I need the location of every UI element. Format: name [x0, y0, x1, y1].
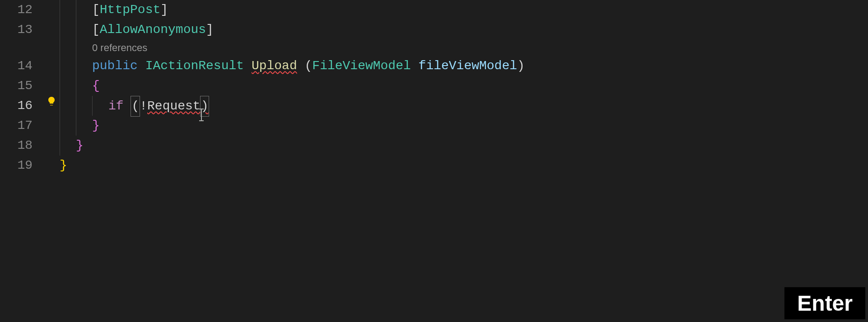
text-cursor-icon [201, 109, 202, 121]
code-editor[interactable]: 12 [HttpPost] 13 [AllowAnonymous] 0 refe… [0, 0, 868, 175]
keyword-public: public [92, 56, 138, 76]
code-line[interactable]: 17 } [0, 116, 868, 136]
line-number: 19 [0, 156, 43, 175]
line-number: 14 [0, 56, 43, 76]
code-line[interactable]: 15 { [0, 76, 868, 96]
open-paren: ( [305, 56, 313, 76]
line-number: 17 [0, 116, 43, 136]
code-line[interactable]: 13 [AllowAnonymous] [0, 20, 868, 40]
attr-close-bracket: ] [206, 20, 214, 40]
code-line[interactable]: 19 } [0, 156, 868, 175]
line-number: 18 [0, 136, 43, 156]
attr-open-bracket: [ [92, 0, 100, 20]
attr-open-bracket: [ [92, 20, 100, 40]
codelens-row: 0 references [0, 40, 868, 56]
line-number: 13 [0, 20, 43, 40]
close-brace: } [60, 156, 67, 175]
keypress-overlay: Enter [784, 287, 865, 319]
code-line-active[interactable]: 16 if (!Request) [0, 96, 868, 116]
attribute-name: HttpPost [100, 0, 160, 20]
line-number: 15 [0, 76, 43, 96]
attr-close-bracket: ] [160, 0, 168, 20]
code-line[interactable]: 18 } [0, 136, 868, 156]
param-name: fileViewModel [419, 56, 517, 76]
close-brace: } [92, 116, 100, 136]
code-line[interactable]: 14 public IActionResult Upload (FileView… [0, 56, 868, 76]
keyword-if: if [108, 96, 124, 116]
method-name: Upload [252, 56, 297, 76]
identifier-request: Request [147, 96, 201, 116]
return-type: IActionResult [145, 56, 244, 76]
attribute-name: AllowAnonymous [100, 20, 206, 40]
operator-not: ! [140, 96, 147, 116]
close-paren: ) [517, 56, 525, 76]
glyph-margin[interactable] [43, 96, 60, 107]
code-line[interactable]: 12 [HttpPost] [0, 0, 868, 20]
open-paren: ( [131, 96, 140, 117]
param-type: FileViewModel [312, 56, 411, 76]
close-brace: } [76, 136, 84, 156]
open-brace: { [92, 76, 100, 96]
lightbulb-icon[interactable] [46, 96, 57, 107]
line-number: 16 [0, 96, 43, 116]
codelens-references[interactable]: 0 references [92, 40, 147, 56]
line-number: 12 [0, 0, 43, 20]
